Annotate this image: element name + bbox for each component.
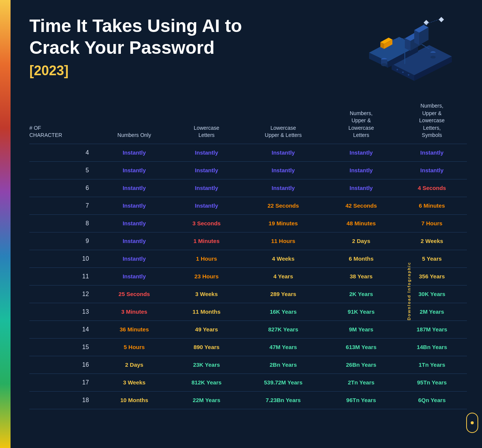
col-header-numbers-only: Numbers Only bbox=[96, 98, 172, 144]
col-header-lowercase: Lowercase Letters bbox=[172, 98, 241, 144]
table-row: 6InstantlyInstantlyInstantlyInstantly4 S… bbox=[29, 179, 467, 197]
svg-point-25 bbox=[397, 69, 398, 70]
svg-point-22 bbox=[430, 56, 436, 59]
table-row: 162 Days23K Years2Bn Years26Bn Years1Tn … bbox=[29, 356, 467, 374]
table-row: 133 Minutes11 Months16K Years91K Years2M… bbox=[29, 303, 467, 320]
svg-point-27 bbox=[408, 74, 409, 76]
table-row: 1436 Minutes49 Years827K Years9M Years18… bbox=[29, 320, 467, 338]
col-header-chars: # OF CHARACTER bbox=[29, 98, 96, 144]
main-content: Time It Takes Using AI to Crack Your Pas… bbox=[11, 0, 482, 448]
color-bar bbox=[0, 0, 11, 448]
table-row: 11Instantly23 Hours4 Years38 Years356 Ye… bbox=[29, 267, 467, 285]
col-header-all: Numbers, Upper & Lowercase Letters, Symb… bbox=[397, 98, 467, 144]
side-label-container[interactable]: Download Infographic bbox=[467, 113, 482, 410]
table-section: # OF CHARACTER Numbers Only Lowercase Le… bbox=[11, 98, 482, 424]
password-table: # OF CHARACTER Numbers Only Lowercase Le… bbox=[29, 98, 467, 409]
table-row: 155 Hours890 Years47M Years613M Years14B… bbox=[29, 338, 467, 356]
table-header-row: # OF CHARACTER Numbers Only Lowercase Le… bbox=[29, 98, 467, 144]
table-row: 10Instantly1 Hours4 Weeks6 Months5 Years bbox=[29, 250, 467, 267]
main-title: Time It Takes Using AI to Crack Your Pas… bbox=[29, 15, 255, 80]
table-row: 5InstantlyInstantlyInstantlyInstantlyIns… bbox=[29, 161, 467, 179]
year-badge: [2023] bbox=[29, 63, 69, 78]
scroll-indicator[interactable] bbox=[466, 413, 478, 433]
table-row: 1225 Seconds3 Weeks289 Years2K Years30K … bbox=[29, 285, 467, 303]
table-row: 8Instantly3 Seconds19 Minutes48 Minutes7… bbox=[29, 214, 467, 232]
scroll-dot bbox=[471, 421, 474, 424]
col-header-lowercase-upper: Lowercase Upper & Letters bbox=[241, 98, 325, 144]
svg-point-19 bbox=[381, 63, 387, 66]
table-row: 1810 Months22M Years7.23Bn Years96Tn Yea… bbox=[29, 391, 467, 409]
header-section: Time It Takes Using AI to Crack Your Pas… bbox=[11, 0, 482, 98]
download-label[interactable]: Download Infographic bbox=[407, 262, 482, 320]
table-row: 9Instantly1 Minutes11 Hours2 Days2 Weeks bbox=[29, 232, 467, 250]
table-row: 4InstantlyInstantlyInstantlyInstantlyIns… bbox=[29, 144, 467, 161]
col-header-numbers-upper-lower: Numbers, Upper & Lowercase Letters bbox=[325, 98, 397, 144]
title-line2: Crack Your Password bbox=[29, 38, 215, 58]
table-row: 7InstantlyInstantly22 Seconds42 Seconds6… bbox=[29, 197, 467, 214]
svg-point-26 bbox=[402, 71, 404, 73]
table-row: 173 Weeks812K Years539.72M Years2Tn Year… bbox=[29, 374, 467, 391]
header-illustration bbox=[346, 15, 459, 90]
svg-marker-10 bbox=[414, 30, 419, 45]
svg-marker-24 bbox=[439, 17, 444, 22]
title-line1: Time It Takes Using AI to bbox=[29, 16, 242, 36]
title-block: Time It Takes Using AI to Crack Your Pas… bbox=[29, 15, 255, 80]
